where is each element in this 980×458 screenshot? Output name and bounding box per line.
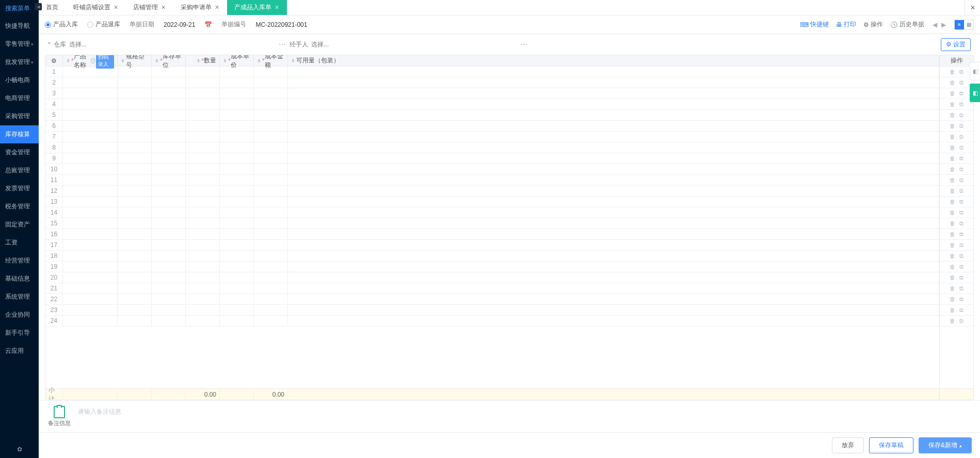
table-row[interactable]: 16 <box>45 229 939 240</box>
close-icon[interactable]: ✕ <box>215 4 219 11</box>
col-product-name[interactable]: ▲▼*产品名称?扫码录入 <box>63 55 118 66</box>
date-value[interactable]: 2022-09-21 <box>164 21 195 28</box>
scan-badge[interactable]: 扫码录入 <box>96 55 114 69</box>
delete-icon[interactable]: 🗑 <box>950 285 955 291</box>
save-new-button[interactable]: 保存&新增▴ <box>919 437 972 453</box>
delete-icon[interactable]: 🗑 <box>950 307 955 313</box>
copy-icon[interactable]: ⧉ <box>959 155 963 162</box>
sidebar-item-8[interactable]: 总账管理 <box>0 161 39 179</box>
copy-icon[interactable]: ⧉ <box>959 112 963 119</box>
sidebar-item-9[interactable]: 发票管理 <box>0 179 39 198</box>
col-avail[interactable]: ▲▼可用量（包装） <box>288 55 939 66</box>
copy-icon[interactable]: ⧉ <box>959 285 963 292</box>
warehouse-more-icon[interactable]: ⋯ <box>279 40 285 48</box>
copy-icon[interactable]: ⧉ <box>959 318 963 324</box>
delete-icon[interactable]: 🗑 <box>950 69 955 75</box>
discard-button[interactable]: 放弃 <box>832 437 864 453</box>
copy-icon[interactable]: ⧉ <box>959 209 963 216</box>
dock-item-1[interactable]: ◧ <box>970 62 980 80</box>
delete-icon[interactable]: 🗑 <box>950 155 955 161</box>
close-icon[interactable]: ✕ <box>275 4 279 11</box>
copy-icon[interactable]: ⧉ <box>959 307 963 314</box>
copy-icon[interactable]: ⧉ <box>959 220 963 227</box>
sidebar-item-1[interactable]: 零售管理▾ <box>0 35 39 53</box>
close-icon[interactable]: ✕ <box>161 4 166 11</box>
sidebar-item-17[interactable]: 新手引导 <box>0 324 39 342</box>
next-icon[interactable]: ▶ <box>940 21 947 28</box>
close-all-tabs-icon[interactable]: ✕ <box>965 0 980 15</box>
table-row[interactable]: 11 <box>45 175 939 186</box>
table-row[interactable]: 15 <box>45 218 939 229</box>
sidebar-item-0[interactable]: 快捷导航 <box>0 17 39 35</box>
table-row[interactable]: 14 <box>45 207 939 218</box>
delete-icon[interactable]: 🗑 <box>950 264 955 270</box>
grid-settings-button[interactable]: ⚙ 设置 <box>941 38 971 51</box>
copy-icon[interactable]: ⧉ <box>959 69 963 75</box>
delete-icon[interactable]: 🗑 <box>950 253 955 259</box>
remark-input[interactable] <box>78 406 728 415</box>
col-price[interactable]: ▲▼*成本单价 <box>220 55 254 66</box>
sidebar-item-12[interactable]: 工资 <box>0 234 39 252</box>
prev-icon[interactable]: ◀ <box>931 21 938 28</box>
tab-2[interactable]: 店铺管理✕ <box>126 0 173 15</box>
delete-icon[interactable]: 🗑 <box>950 79 955 86</box>
table-row[interactable]: 8 <box>45 142 939 153</box>
copy-icon[interactable]: ⧉ <box>959 144 963 151</box>
table-row[interactable]: 21 <box>45 283 939 294</box>
delete-icon[interactable]: 🗑 <box>950 274 955 281</box>
table-row[interactable]: 9 <box>45 153 939 164</box>
tab-3[interactable]: 采购申请单✕ <box>173 0 227 15</box>
table-row[interactable]: 20 <box>45 272 939 283</box>
copy-icon[interactable]: ⧉ <box>959 296 963 303</box>
table-row[interactable]: 22 <box>45 294 939 305</box>
copy-icon[interactable]: ⧉ <box>959 90 963 97</box>
sidebar-item-15[interactable]: 系统管理 <box>0 288 39 306</box>
copy-icon[interactable]: ⧉ <box>959 166 963 173</box>
table-row[interactable]: 17 <box>45 240 939 251</box>
sidebar-item-16[interactable]: 企业协同 <box>0 306 39 324</box>
print-link[interactable]: 🖶 打印 <box>836 20 856 29</box>
handler-more-icon[interactable]: ⋯ <box>520 40 527 48</box>
col-qty[interactable]: ▲▼*数量 <box>186 55 220 66</box>
radio-product-out[interactable]: 产品退库 <box>87 20 120 29</box>
delete-icon[interactable]: 🗑 <box>950 134 955 140</box>
copy-icon[interactable]: ⧉ <box>959 253 963 259</box>
col-unit[interactable]: ▲▼*库存单位 <box>152 55 186 66</box>
history-link[interactable]: 🕓 历史单据 <box>890 20 924 29</box>
sidebar-item-6[interactable]: 库存核算 <box>0 125 39 143</box>
table-row[interactable]: 3 <box>45 88 939 99</box>
delete-icon[interactable]: 🗑 <box>950 209 955 216</box>
copy-icon[interactable]: ⧉ <box>959 79 963 86</box>
col-index[interactable]: ⚙ <box>45 55 63 66</box>
sidebar-item-5[interactable]: 采购管理 <box>0 107 39 125</box>
table-row[interactable]: 12 <box>45 186 939 197</box>
delete-icon[interactable]: 🗑 <box>950 318 955 324</box>
table-row[interactable]: 6 <box>45 121 939 132</box>
tab-4[interactable]: 产成品入库单✕ <box>227 0 287 15</box>
view-grid-icon[interactable]: ▦ <box>964 20 973 29</box>
delete-icon[interactable]: 🗑 <box>950 296 955 302</box>
delete-icon[interactable]: 🗑 <box>950 220 955 226</box>
sidebar-item-2[interactable]: 批发管理▾ <box>0 53 39 71</box>
handler-select[interactable] <box>311 39 517 51</box>
info-icon[interactable]: ? <box>91 58 95 63</box>
copy-icon[interactable]: ⧉ <box>959 242 963 249</box>
copy-icon[interactable]: ⧉ <box>959 134 963 140</box>
delete-icon[interactable]: 🗑 <box>950 123 955 129</box>
delete-icon[interactable]: 🗑 <box>950 231 955 237</box>
table-row[interactable]: 7 <box>45 132 939 142</box>
radio-product-in[interactable]: 产品入库 <box>45 20 78 29</box>
table-row[interactable]: 2 <box>45 77 939 88</box>
tab-1[interactable]: 旺铺店铺设置✕ <box>66 0 126 15</box>
sidebar-item-4[interactable]: 电商管理 <box>0 89 39 107</box>
delete-icon[interactable]: 🗑 <box>950 112 955 118</box>
calendar-icon[interactable]: 📅 <box>204 21 212 28</box>
copy-icon[interactable]: ⧉ <box>959 188 963 194</box>
delete-icon[interactable]: 🗑 <box>950 199 955 205</box>
sidebar-collapse-icon[interactable]: ◀ <box>35 3 42 10</box>
delete-icon[interactable]: 🗑 <box>950 166 955 172</box>
save-draft-button[interactable]: 保存草稿 <box>869 437 913 453</box>
copy-icon[interactable]: ⧉ <box>959 199 963 205</box>
sidebar-search[interactable]: 搜索菜单 <box>0 0 39 17</box>
view-list-icon[interactable]: ≡ <box>955 20 964 29</box>
